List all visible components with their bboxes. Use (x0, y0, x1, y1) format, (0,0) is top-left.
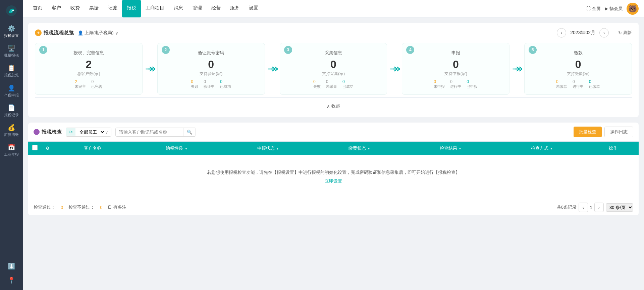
empty-state: 若您想使用报税检查功能，请先在【报税设置】中进行报税的初始化设置，完成密码验证和… (28, 155, 639, 199)
step-4-title: 申报 (408, 50, 504, 56)
topnav-services[interactable]: 服务 (225, 0, 244, 17)
member-button[interactable]: ▶ 畅会员 (605, 6, 623, 12)
step-1-stat-1: 0 已完善 (91, 79, 102, 89)
table-header-checkbox (28, 142, 42, 155)
topnav-management[interactable]: 管理 (188, 0, 207, 17)
step-3-sub-label: 支持采集(家) (285, 71, 382, 77)
check-circle-icon (34, 129, 40, 135)
step-1-stat-1-value[interactable]: 0 (91, 79, 102, 84)
step-4-big-num: 0 (408, 59, 504, 70)
table-header-client-name: 客户名称 (54, 142, 131, 155)
tax-records-icon: 📄 (8, 104, 15, 112)
step-4-stat-0-value[interactable]: 0 (434, 79, 445, 84)
step-5-stat-1-value[interactable]: 0 (573, 79, 584, 84)
process-title-text: 报税流程总览 (44, 30, 74, 36)
step-4-stat-1-label: 进行中 (450, 84, 461, 89)
arrow-1 (143, 43, 157, 95)
clearing-icon: 💰 (8, 124, 15, 131)
filter-icon-3[interactable]: ▼ (367, 147, 370, 150)
next-month-button[interactable]: › (599, 28, 609, 38)
prev-page-button[interactable]: ‹ (579, 203, 588, 212)
step-4-stat-1-value[interactable]: 0 (450, 79, 461, 84)
topnav-messages[interactable]: 消息 (169, 0, 188, 17)
sidebar-item-download[interactable]: ⬇️ (0, 259, 23, 273)
batch-check-button[interactable]: 批量检查 (574, 127, 602, 137)
collapse-button[interactable]: ∧ 收起 (35, 100, 632, 112)
filter-icon-2[interactable]: ▼ (276, 147, 279, 150)
step-4-stat-0-label: 未申报 (434, 84, 445, 89)
sidebar-item-batch-tax[interactable]: 🖥️ 批量报税 (0, 41, 23, 61)
fullscreen-icon: ⛶ (586, 6, 591, 11)
filter-icon-5[interactable]: ▼ (550, 147, 553, 150)
dropdown-chevron-icon: ∨ (105, 130, 111, 135)
location-person-icon: 👤 (78, 30, 83, 35)
step-5-stat-0-label: 未缴款 (556, 84, 567, 89)
pass-value[interactable]: 0 (61, 205, 63, 210)
topnav-invoices[interactable]: 票据 (85, 0, 103, 17)
step-5-stat-2-value[interactable]: 0 (589, 79, 600, 84)
table-icon: 🗂 (69, 130, 73, 134)
sidebar-item-location[interactable]: 📍 (0, 273, 23, 287)
step-2-stat-2-value[interactable]: 0 (220, 79, 231, 84)
refresh-button[interactable]: ↻ 刷新 (618, 30, 632, 36)
search-button[interactable]: 🔍 (183, 128, 196, 136)
topnav-business[interactable]: 工商项目 (141, 0, 169, 17)
sidebar-item-annual-report[interactable]: 📅 工商年报 (0, 140, 23, 160)
table-header-check-result: 检查结果 ▼ (405, 142, 496, 155)
sidebar-item-tax-settings[interactable]: ⚙️ 报税设置 (0, 21, 23, 41)
topnav-operations[interactable]: 经营 (207, 0, 225, 17)
operation-log-button[interactable]: 操作日志 (604, 127, 633, 137)
step-5-stat-0-value[interactable]: 0 (556, 79, 567, 84)
sidebar-item-personal-tax[interactable]: 👤 个税申报 (0, 81, 23, 101)
step-3-stat-1-value[interactable]: 0 (326, 79, 337, 84)
pass-label: 检查通过： (34, 204, 55, 210)
user-avatar[interactable]: 🐻 (627, 3, 639, 15)
select-all-checkbox[interactable] (32, 145, 38, 150)
step-5-num: 5 (529, 46, 537, 54)
check-title: 报税检查 (34, 129, 62, 135)
staff-filter-tag: 🗂 (66, 128, 75, 136)
arrow-4 (509, 43, 524, 95)
step-1-stat-0-value[interactable]: 2 (75, 79, 86, 84)
filter-icon-1[interactable]: ▼ (184, 147, 188, 150)
topnav-tax[interactable]: 报税 (122, 0, 141, 17)
fullscreen-button[interactable]: ⛶ 全屏 (586, 6, 601, 12)
step-5-stat-2: 0 已缴款 (589, 79, 600, 89)
step-4-stat-2-value[interactable]: 0 (467, 79, 478, 84)
step-3-stat-0-value[interactable]: 0 (313, 79, 321, 84)
staff-filter[interactable]: 🗂 全部员工 ∨ (66, 128, 111, 137)
step-3-stat-2-value[interactable]: 0 (342, 79, 354, 84)
step-5-title: 缴款 (530, 50, 626, 56)
prev-month-button[interactable]: ‹ (557, 28, 566, 38)
step-1-stat-1-label: 已完善 (91, 84, 102, 89)
step-4-stat-1: 0 进行中 (450, 79, 461, 89)
search-box: 🔍 (115, 128, 196, 137)
location-tag[interactable]: 👤 上海(电子税局) ∨ (78, 30, 118, 36)
location-text: 上海(电子税局) (85, 30, 114, 36)
step-3-stat-2: 0 已成功 (342, 79, 354, 89)
step-4-card: 4 申报 0 支持申报(家) 0 未申报 0 进行中 (402, 43, 509, 95)
topnav-accounting[interactable]: 记账 (103, 0, 122, 17)
topnav-fees[interactable]: 收费 (66, 0, 85, 17)
location-icon: 📍 (8, 277, 15, 284)
step-2-stat-1-value[interactable]: 0 (204, 79, 215, 84)
topnav-home[interactable]: 首页 (28, 0, 47, 17)
sidebar-item-clearing[interactable]: 💰 汇算清缴 (0, 121, 23, 140)
sidebar-item-tax-records[interactable]: 📄 报税记录 (0, 101, 23, 121)
column-settings-icon[interactable]: ⚙ (46, 146, 50, 151)
filter-icon-4[interactable]: ▼ (459, 147, 462, 150)
step-5-stat-1-label: 进行中 (573, 84, 584, 89)
sidebar-item-tax-overview[interactable]: 📋 报税总览 (0, 61, 23, 81)
step-5-card: 5 缴款 0 支持缴款(家) 0 未缴款 0 进行中 (524, 43, 632, 95)
setup-link[interactable]: 立即设置 (325, 178, 342, 184)
topnav-settings[interactable]: 设置 (244, 0, 263, 17)
per-page-select[interactable]: 30 条/页 (606, 203, 633, 212)
fail-value[interactable]: 0 (100, 205, 102, 210)
member-label: 畅会员 (609, 6, 623, 12)
staff-filter-select[interactable]: 全部员工 (75, 128, 105, 136)
app-logo (3, 3, 19, 19)
search-input[interactable] (116, 128, 183, 136)
topnav-client[interactable]: 客户 (47, 0, 66, 17)
step-2-stat-0-value[interactable]: 0 (191, 79, 198, 84)
next-page-button[interactable]: › (594, 203, 604, 212)
